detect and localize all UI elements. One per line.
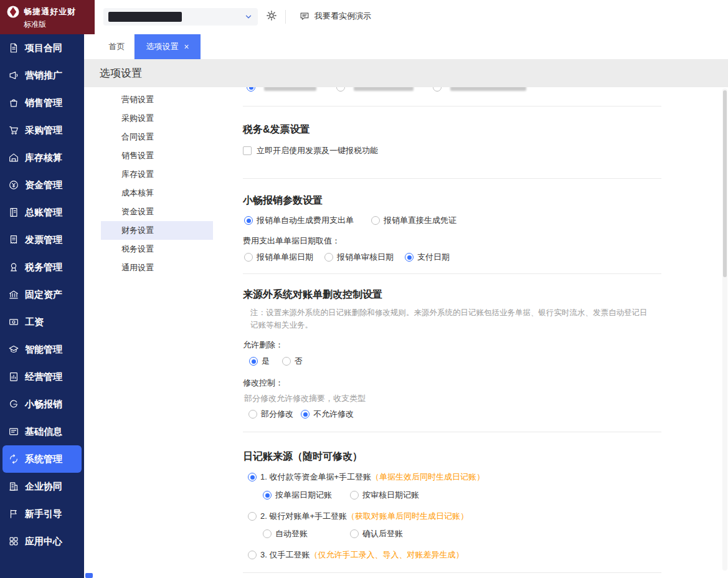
invoice-icon <box>8 234 19 245</box>
gear-icon[interactable] <box>265 9 278 24</box>
sidebar-item-label: 销售管理 <box>25 97 62 109</box>
sidebar-item-label: 营销推广 <box>25 70 62 82</box>
invoice-enable-option[interactable]: 立即开启使用发票及一键报税功能 <box>243 146 661 156</box>
radio-reimburse-direct-voucher[interactable]: 报销单直接生成凭证 <box>371 215 456 226</box>
section-divider <box>243 106 661 107</box>
journal-option-2[interactable]: 2. 银行对账单+手工登账 （获取对账单后同时生成日记账） <box>243 511 661 521</box>
sidebar-item-label: 总账管理 <box>25 207 62 219</box>
vertical-scrollbar-thumb[interactable] <box>723 90 727 277</box>
radio-icon <box>248 473 257 481</box>
page-title: 选项设置 <box>84 59 728 87</box>
demo-link-label: 我要看实例演示 <box>314 11 371 22</box>
basic-info-icon <box>8 426 19 437</box>
settings-nav-marketing[interactable]: 营销设置 <box>101 90 213 109</box>
inventory-icon <box>8 152 19 163</box>
sidebar-item-beginner-guide[interactable]: 新手引导 <box>0 500 84 528</box>
topbar: 我要看实例演示 <box>95 0 728 34</box>
sidebar-item-xiaochang-reimburse[interactable]: 小畅报销 <box>0 391 84 418</box>
radio-post-after-confirm[interactable]: 确认后登账 <box>350 528 437 539</box>
sidebar-item-label: 资金管理 <box>25 179 62 191</box>
sidebar-item-salary[interactable]: 工资 <box>0 308 84 336</box>
sidebar-item-marketing[interactable]: 营销推广 <box>0 62 84 89</box>
journal-option-3[interactable]: 3. 仅手工登账 （仅允许手工录入、导入、对账差异生成） <box>243 550 661 560</box>
radio-no-modify[interactable]: 不允许修改 <box>301 409 354 420</box>
allow-delete-label: 允许删除： <box>243 340 661 350</box>
radio-pay-date[interactable]: 支付日期 <box>405 252 450 263</box>
beginner-guide-icon <box>8 508 19 519</box>
vertical-scrollbar[interactable] <box>722 88 727 571</box>
sidebar-item-label: 基础信息 <box>25 426 62 438</box>
tab-options-settings[interactable]: 选项设置 × <box>135 34 201 59</box>
settings-nav-finance[interactable]: 财务设置 <box>101 221 213 240</box>
radio-by-doc-date[interactable]: 按单据日期记账 <box>263 490 350 501</box>
xiaochang-reimburse-icon <box>8 399 19 410</box>
radio-doc-date[interactable]: 报销单单据日期 <box>244 252 313 263</box>
radio-icon <box>350 529 359 538</box>
radio-by-audit-date[interactable]: 按审核日期记账 <box>350 490 437 501</box>
app-center-icon <box>8 536 19 547</box>
modify-control-note: 部分修改允许修改摘要，收支类型 <box>243 394 661 404</box>
sidebar-item-inventory[interactable]: 库存核算 <box>0 144 84 171</box>
section-divider <box>243 178 661 179</box>
sidebar-item-smart-management[interactable]: 智能管理 <box>0 336 84 363</box>
radio-audit-date[interactable]: 报销单审核日期 <box>324 252 394 263</box>
chat-bubble-icon <box>299 11 310 22</box>
sidebar-item-label: 新手引导 <box>25 508 62 520</box>
settings-nav-funds[interactable]: 资金设置 <box>101 202 213 221</box>
allow-delete-options: 是 否 <box>243 356 661 366</box>
sidebar-item-invoice[interactable]: 发票管理 <box>0 226 84 253</box>
demo-link[interactable]: 我要看实例演示 <box>299 11 371 22</box>
sidebar-item-project-contract[interactable]: 项目合同 <box>0 34 84 62</box>
sidebar-item-enterprise-collaboration[interactable]: 企业协同 <box>0 473 84 500</box>
radio-delete-yes[interactable]: 是 <box>249 356 270 367</box>
sidebar-item-system-management[interactable]: 系统管理 <box>2 445 82 473</box>
external-control-note: 注：设置来源外系统的日记账删除和修改规则。来源外系统的日记账包括业务单据、银行实… <box>243 306 654 331</box>
invoice-enable-checkbox[interactable] <box>243 146 252 155</box>
general-ledger-icon <box>8 207 19 218</box>
radio-delete-no[interactable]: 否 <box>282 356 303 367</box>
sidebar-item-purchase[interactable]: 采购管理 <box>0 116 84 144</box>
horizontal-scrollbar-thumb[interactable] <box>85 573 93 578</box>
settings-nav-sales[interactable]: 销售设置 <box>101 146 213 165</box>
sidebar-item-label: 发票管理 <box>25 234 62 246</box>
sidebar-item-basic-info[interactable]: 基础信息 <box>0 418 84 445</box>
tab-home[interactable]: 首页 <box>100 34 135 59</box>
settings-nav-purchase[interactable]: 采购设置 <box>101 109 213 128</box>
radio-icon <box>324 253 333 262</box>
settings-nav-cost-accounting[interactable]: 成本核算 <box>101 184 213 202</box>
settings-nav-contract[interactable]: 合同设置 <box>101 128 213 146</box>
radio-icon <box>244 216 253 225</box>
salary-icon <box>8 316 19 328</box>
settings-nav-tax[interactable]: 税务设置 <box>101 240 213 258</box>
app-logo: 畅捷通好业财 标准版 <box>0 0 95 34</box>
sidebar-item-fixed-assets[interactable]: 固定资产 <box>0 281 84 308</box>
radio-icon <box>282 357 291 366</box>
sidebar-item-tax[interactable]: 税务管理 <box>0 253 84 281</box>
sidebar-item-sales[interactable]: 销售管理 <box>0 89 84 116</box>
settings-nav-general[interactable]: 通用设置 <box>101 258 213 277</box>
radio-reimburse-auto-expense[interactable]: 报销单自动生成费用支出单 <box>244 215 354 226</box>
invoice-enable-label: 立即开启使用发票及一键报税功能 <box>257 145 378 156</box>
settings-nav-inventory[interactable]: 库存设置 <box>101 165 213 184</box>
brand-logo-icon <box>6 5 20 19</box>
sidebar: 项目合同 营销推广 销售管理 采购管理 库存核算 资金管理 总账管理 发票管理 … <box>0 34 84 578</box>
sidebar-item-general-ledger[interactable]: 总账管理 <box>0 199 84 226</box>
sidebar-item-label: 系统管理 <box>25 453 62 465</box>
radio-auto-post[interactable]: 自动登账 <box>263 528 350 539</box>
journal-option-1-hint: （单据生效后同时生成日记账） <box>371 471 485 483</box>
radio-icon <box>350 491 359 500</box>
section-divider <box>243 273 661 274</box>
sidebar-item-label: 经营管理 <box>25 371 62 383</box>
sidebar-item-funds[interactable]: 资金管理 <box>0 171 84 199</box>
close-tab-icon[interactable]: × <box>184 42 189 51</box>
journal-option-1[interactable]: 1. 收付款等资金单据+手工登账 （单据生效后同时生成日记账） <box>243 472 661 482</box>
journal-option-1-sub: 按单据日期记账 按审核日期记账 <box>243 490 661 500</box>
sidebar-item-app-center[interactable]: 应用中心 <box>0 528 84 555</box>
app-title: 畅捷通好业财 <box>24 6 76 17</box>
sidebar-item-label: 应用中心 <box>25 536 62 547</box>
account-selector[interactable] <box>103 8 258 26</box>
project-contract-icon <box>8 42 19 54</box>
radio-partial-modify[interactable]: 部分修改 <box>248 409 293 420</box>
sidebar-item-label: 库存核算 <box>25 152 62 164</box>
sidebar-item-operation-management[interactable]: 经营管理 <box>0 363 84 391</box>
